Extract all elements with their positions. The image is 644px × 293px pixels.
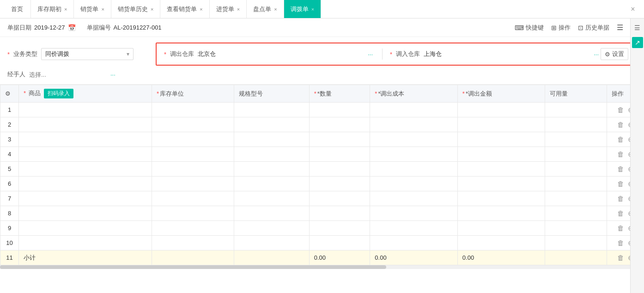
product-cell[interactable] xyxy=(19,117,152,132)
spec-cell[interactable] xyxy=(234,221,310,236)
transfer-amount-cell[interactable] xyxy=(457,103,545,117)
warehouse-settings-button[interactable]: ⚙ 设置 xyxy=(601,48,628,60)
spec-cell[interactable] xyxy=(234,117,310,132)
delete-row-button[interactable]: 🗑 xyxy=(617,135,624,143)
transfer-cost-cell[interactable] xyxy=(370,162,458,177)
close-view-sales[interactable]: × xyxy=(200,6,202,12)
close-stocktake[interactable]: × xyxy=(274,6,277,12)
transfer-cost-cell[interactable] xyxy=(370,177,458,191)
business-type-input[interactable]: 同价调拨 ▾ xyxy=(41,48,134,60)
transfer-amount-cell[interactable] xyxy=(457,177,545,191)
delete-row-button[interactable]: 🗑 xyxy=(617,106,624,114)
transfer-cost-cell[interactable] xyxy=(370,117,458,132)
th-settings[interactable]: ⚙ xyxy=(0,85,19,103)
transfer-amount-cell[interactable] xyxy=(457,206,545,221)
spec-cell[interactable] xyxy=(234,191,310,206)
product-cell[interactable] xyxy=(19,162,152,177)
transfer-cost-cell[interactable] xyxy=(370,191,458,206)
window-close-button[interactable]: × xyxy=(626,2,640,17)
tab-sales-history[interactable]: 销货单历史 × xyxy=(111,0,160,18)
tab-inventory-init[interactable]: 库存期初 × xyxy=(31,0,74,18)
quantity-cell[interactable] xyxy=(309,236,370,250)
transfer-in-more[interactable]: ··· xyxy=(592,51,601,58)
tab-sales-order[interactable]: 销货单 × xyxy=(74,0,111,18)
spec-cell[interactable] xyxy=(234,206,310,221)
unit-cell[interactable] xyxy=(152,132,234,147)
close-sales-history[interactable]: × xyxy=(151,6,153,12)
transfer-cost-cell[interactable] xyxy=(370,236,458,250)
delete-row-button[interactable]: 🗑 xyxy=(617,224,624,232)
tab-purchase-order[interactable]: 进货单 × xyxy=(210,0,247,18)
transfer-out-more[interactable]: ··· xyxy=(366,51,375,58)
product-cell[interactable] xyxy=(19,236,152,250)
quantity-cell[interactable] xyxy=(309,177,370,191)
transfer-amount-cell[interactable] xyxy=(457,117,545,132)
close-transfer[interactable]: × xyxy=(311,6,314,12)
tab-home[interactable]: 首页 xyxy=(4,0,31,18)
tab-stocktake[interactable]: 盘点单 × xyxy=(247,0,284,18)
handler-more[interactable]: ··· xyxy=(110,71,115,78)
spec-cell[interactable] xyxy=(234,132,310,147)
transfer-cost-cell[interactable] xyxy=(370,147,458,162)
spec-cell[interactable] xyxy=(234,162,310,177)
scan-button[interactable]: 扫码录入 xyxy=(44,89,73,98)
spec-cell[interactable] xyxy=(234,236,310,250)
spec-cell[interactable] xyxy=(234,103,310,117)
delete-row-button[interactable]: 🗑 xyxy=(617,121,624,128)
unit-cell[interactable] xyxy=(152,236,234,250)
close-inventory-init[interactable]: × xyxy=(64,6,67,12)
delete-row-button[interactable]: 🗑 xyxy=(617,239,624,247)
quantity-cell[interactable] xyxy=(309,162,370,177)
table-scrollbar[interactable] xyxy=(0,265,644,269)
delete-row-button[interactable]: 🗑 xyxy=(617,165,624,173)
delete-row-button[interactable]: 🗑 xyxy=(617,209,624,217)
list-view-action[interactable]: ☰ xyxy=(617,23,623,32)
quantity-cell[interactable] xyxy=(309,132,370,147)
product-cell[interactable] xyxy=(19,221,152,236)
transfer-cost-cell[interactable] xyxy=(370,103,458,117)
quantity-cell[interactable] xyxy=(309,117,370,132)
tab-view-sales[interactable]: 查看销货单 × xyxy=(160,0,209,18)
handler-input[interactable] xyxy=(29,71,107,78)
tab-transfer[interactable]: 调拨单 × xyxy=(284,0,321,18)
product-cell[interactable] xyxy=(19,147,152,162)
operations-action[interactable]: ⊞ 操作 xyxy=(551,24,571,32)
scrollbar-thumb[interactable] xyxy=(0,265,386,269)
transfer-amount-cell[interactable] xyxy=(457,221,545,236)
product-cell[interactable] xyxy=(19,132,152,147)
shortcuts-action[interactable]: ⌨ 快捷键 xyxy=(515,24,544,32)
unit-cell[interactable] xyxy=(152,103,234,117)
sidebar-export-icon[interactable]: ↗ xyxy=(632,37,643,48)
product-cell[interactable] xyxy=(19,206,152,221)
product-cell[interactable] xyxy=(19,177,152,191)
close-purchase-order[interactable]: × xyxy=(237,6,240,12)
transfer-amount-cell[interactable] xyxy=(457,236,545,250)
delete-row-button[interactable]: 🗑 xyxy=(617,150,624,158)
spec-cell[interactable] xyxy=(234,177,310,191)
unit-cell[interactable] xyxy=(152,191,234,206)
sidebar-list-icon[interactable]: ☰ xyxy=(632,22,643,33)
quantity-cell[interactable] xyxy=(309,147,370,162)
transfer-cost-cell[interactable] xyxy=(370,132,458,147)
unit-cell[interactable] xyxy=(152,162,234,177)
spec-cell[interactable] xyxy=(234,147,310,162)
history-action[interactable]: ⊡ 历史单据 xyxy=(578,24,609,32)
unit-cell[interactable] xyxy=(152,221,234,236)
transfer-amount-cell[interactable] xyxy=(457,191,545,206)
quantity-cell[interactable] xyxy=(309,221,370,236)
product-cell[interactable] xyxy=(19,191,152,206)
subtotal-delete-button[interactable]: 🗑 xyxy=(617,254,624,262)
delete-row-button[interactable]: 🗑 xyxy=(617,180,624,188)
product-cell[interactable] xyxy=(19,103,152,117)
quantity-cell[interactable] xyxy=(309,191,370,206)
unit-cell[interactable] xyxy=(152,147,234,162)
transfer-amount-cell[interactable] xyxy=(457,147,545,162)
close-sales-order[interactable]: × xyxy=(101,6,104,12)
quantity-cell[interactable] xyxy=(309,103,370,117)
delete-row-button[interactable]: 🗑 xyxy=(617,195,624,202)
transfer-cost-cell[interactable] xyxy=(370,221,458,236)
unit-cell[interactable] xyxy=(152,206,234,221)
transfer-amount-cell[interactable] xyxy=(457,162,545,177)
calendar-icon[interactable]: 📅 xyxy=(68,24,76,31)
unit-cell[interactable] xyxy=(152,177,234,191)
